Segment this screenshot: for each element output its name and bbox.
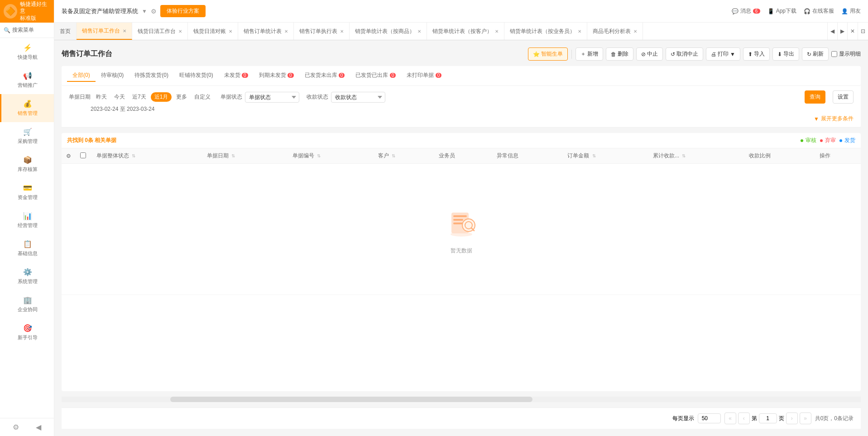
settings-icon[interactable]: ⚙ [151, 8, 157, 15]
prev-page-button[interactable]: ‹ [738, 412, 750, 424]
tab-close-sales-summary-product[interactable]: ✕ [417, 29, 421, 34]
sub-tab-pending-review[interactable]: 待审核(0) [96, 70, 129, 82]
tab-close-cash-daily[interactable]: ✕ [178, 29, 182, 34]
online-service-button[interactable]: 🎧 在线客服 [804, 7, 834, 15]
sidebar-item-sales[interactable]: 💰 销售管理 [0, 94, 54, 122]
settings-filter-button[interactable]: 设置 [833, 90, 854, 104]
tab-cash-daily[interactable]: 钱货日清工作台 ✕ [132, 23, 188, 40]
sub-tab-shipped-out[interactable]: 已发货已出库 0 [350, 70, 401, 82]
audit-action-button[interactable]: 审核 [801, 137, 816, 144]
sidebar-item-inventory[interactable]: 📦 库存核算 [0, 150, 54, 178]
page-size-select[interactable]: 50 10 20 100 [698, 413, 721, 423]
date-btn-more[interactable]: 更多 [173, 92, 190, 102]
date-btn-7days[interactable]: 近7天 [129, 92, 149, 102]
sidebar-item-purchase[interactable]: 🛒 采购管理 [0, 122, 54, 150]
print-button[interactable]: 🖨 打印 ▼ [706, 47, 740, 61]
col-date[interactable]: 单据日期 ⇅ [202, 148, 288, 164]
sidebar-item-system[interactable]: ⚙️ 系统管理 [0, 262, 54, 290]
col-customer[interactable]: 客户 ⇅ [374, 148, 434, 164]
col-amount[interactable]: 订单金额 ⇅ [563, 148, 648, 164]
tab-close-sales-summary-staff[interactable]: ✕ [578, 29, 581, 34]
col-settings[interactable]: ⚙ [62, 148, 76, 164]
tab-sales-exec[interactable]: 销售订单执行表 ✕ [294, 23, 350, 40]
solution-button[interactable]: 体验行业方案 [160, 5, 206, 17]
sidebar-item-marketing[interactable]: 📢 营销推广 [0, 66, 54, 94]
tab-scroll-right[interactable]: ▶ [837, 23, 847, 40]
col-staff[interactable]: 业务员 [434, 148, 492, 164]
tab-scroll-left[interactable]: ◀ [827, 23, 837, 40]
sub-tabs-filter-panel: 全部(0) 待审核(0) 待拣货发货(0) 旺铺待发货(0) 未发货 0 到期未… [62, 66, 861, 128]
expand-filter-button[interactable]: ▼ 展开更多条件 [814, 115, 854, 123]
export-button[interactable]: ⬇ 导出 [772, 47, 799, 61]
tab-sales-order[interactable]: 销售订单工作台 ✕ [77, 23, 132, 40]
scrollbar-thumb[interactable] [170, 397, 532, 402]
sub-tab-not-printed[interactable]: 未打印单据 0 [401, 70, 447, 82]
first-page-button[interactable]: « [724, 412, 736, 424]
page-number-input[interactable] [759, 413, 777, 423]
status-select[interactable]: 单据状态 [245, 92, 299, 103]
sub-tab-all[interactable]: 全部(0) [67, 70, 96, 82]
search-button[interactable]: 查询 [805, 90, 825, 104]
app-download-button[interactable]: 📱 App下载 [767, 7, 796, 15]
date-btn-yesterday[interactable]: 昨天 [93, 92, 110, 102]
message-button[interactable]: 💬 消息 6 [732, 7, 760, 15]
stop-button[interactable]: ⊘ 中止 [636, 47, 663, 61]
date-btn-1month[interactable]: 近1月 [151, 92, 172, 102]
add-button[interactable]: ＋ 新增 [575, 47, 603, 61]
tab-sales-stat[interactable]: 销售订单统计表 ✕ [238, 23, 294, 40]
delete-button[interactable]: 🗑 删除 [606, 47, 633, 61]
headset-icon: 🎧 [804, 8, 810, 14]
sidebar-item-guide[interactable]: 🎯 新手引导 [0, 318, 54, 346]
sub-tab-pending-inspect[interactable]: 待拣货发货(0) [129, 70, 174, 82]
ship-action-button[interactable]: 发货 [839, 137, 855, 144]
tab-sales-summary-customer[interactable]: 销货单统计表（按客户） ✕ [427, 23, 504, 40]
tab-sales-summary-staff[interactable]: 销货单统计表（按业务员） ✕ [504, 23, 587, 40]
tab-close-sales-summary-customer[interactable]: ✕ [495, 29, 499, 34]
refresh-button[interactable]: ↻ 刷新 [802, 47, 829, 61]
tab-sales-summary-product[interactable]: 销货单统计表（按商品） ✕ [350, 23, 427, 40]
sidebar-item-finance[interactable]: 💳 资金管理 [0, 178, 54, 206]
sub-tab-shipped-not-out[interactable]: 已发货未出库 0 [299, 70, 350, 82]
col-exception[interactable]: 异常信息 [492, 148, 563, 164]
col-number[interactable]: 单据编号 ⇅ [288, 148, 374, 164]
tab-cash-reconcile[interactable]: 钱货日清对账 ✕ [188, 23, 238, 40]
show-detail-checkbox-label[interactable]: 显示明细 [831, 50, 861, 58]
sub-tab-not-shipped[interactable]: 未发货 0 [219, 70, 254, 82]
sidebar-item-quick-nav[interactable]: ⚡ 快捷导航 [0, 38, 54, 66]
col-ratio[interactable]: 收款比例 [744, 148, 815, 164]
col-received[interactable]: 累计收款... ⇅ [648, 148, 744, 164]
sub-tab-wangpu-pending[interactable]: 旺铺待发货(0) [174, 70, 219, 82]
tab-home[interactable]: 首页 [54, 23, 77, 40]
tab-close-cash-reconcile[interactable]: ✕ [229, 29, 232, 34]
date-btn-today[interactable]: 今天 [111, 92, 128, 102]
tab-close-sales-order[interactable]: ✕ [123, 28, 126, 33]
import-button[interactable]: ⬆ 导入 [743, 47, 770, 61]
smart-gen-button[interactable]: ⭐ 智能生单 [528, 47, 568, 61]
date-btn-custom[interactable]: 自定义 [192, 92, 213, 102]
tab-close-sales-exec[interactable]: ✕ [340, 29, 344, 34]
sub-tab-expired-not-shipped[interactable]: 到期未发货 0 [254, 70, 299, 82]
show-detail-checkbox[interactable] [831, 51, 837, 57]
revoke-action-button[interactable]: 弃审 [820, 137, 836, 144]
sidebar-item-enterprise[interactable]: 🏢 企业协同 [0, 290, 54, 318]
next-page-button[interactable]: › [786, 412, 798, 424]
tab-close-sales-stat[interactable]: ✕ [284, 29, 288, 34]
user-avatar[interactable]: 👤 用友 [841, 7, 861, 15]
tab-close-gross-profit[interactable]: ✕ [633, 29, 637, 34]
col-checkbox[interactable] [76, 148, 92, 164]
cancel-stop-button[interactable]: ↺ 取消中止 [666, 47, 703, 61]
col-status[interactable]: 单据整体状态 ⇅ [92, 148, 202, 164]
last-page-button[interactable]: » [800, 412, 811, 424]
marketing-icon: 📢 [23, 71, 32, 80]
sidebar-item-operations[interactable]: 📊 经营管理 [0, 206, 54, 234]
payment-select[interactable]: 收款状态 [331, 92, 385, 103]
tab-maximize[interactable]: ⊡ [858, 23, 868, 40]
collapse-sidebar-button[interactable]: ◀ [36, 423, 41, 431]
search-menu-item[interactable]: 🔍 搜索菜单 [0, 23, 54, 38]
tab-close-all[interactable]: ✕ [847, 23, 858, 40]
settings-bottom-icon[interactable]: ⚙ [13, 423, 19, 431]
sidebar-item-base-info[interactable]: 📋 基础信息 [0, 234, 54, 262]
tab-gross-profit[interactable]: 商品毛利分析表 ✕ [587, 23, 643, 40]
select-all-checkbox[interactable] [80, 152, 86, 158]
horizontal-scrollbar[interactable] [62, 397, 861, 402]
